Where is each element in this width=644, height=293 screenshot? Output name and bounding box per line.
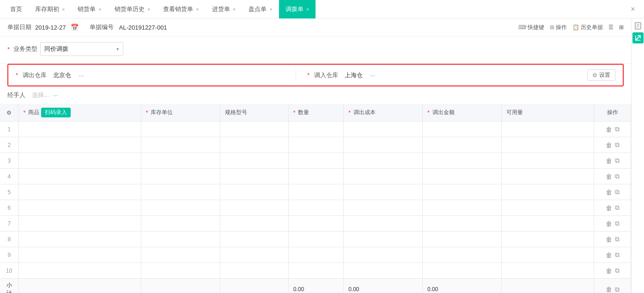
tab-purchase-order[interactable]: 进货单 × xyxy=(206,0,242,18)
copy-icon[interactable]: ⧉ xyxy=(615,188,620,196)
tab-home[interactable]: 首页 xyxy=(4,0,29,18)
row-qty[interactable] xyxy=(288,184,343,200)
row-amount[interactable] xyxy=(423,169,502,184)
row-spec[interactable] xyxy=(220,122,288,137)
row-unit[interactable] xyxy=(141,232,220,247)
close-all-tabs[interactable]: × xyxy=(626,2,640,17)
row-product[interactable] xyxy=(18,153,141,169)
row-product[interactable] xyxy=(18,263,141,279)
row-unit[interactable] xyxy=(141,247,220,263)
history-btn[interactable]: 📋 历史单据 xyxy=(572,24,603,31)
row-unit[interactable] xyxy=(141,263,220,279)
th-gear[interactable]: ⚙ xyxy=(0,104,18,122)
calendar-icon[interactable]: 📅 xyxy=(71,24,79,31)
row-product[interactable] xyxy=(18,122,141,137)
tab-inventory-count[interactable]: 盘点单 × xyxy=(242,0,279,18)
delete-icon[interactable]: 🗑 xyxy=(606,173,612,180)
copy-icon[interactable]: ⧉ xyxy=(615,157,620,165)
row-cost[interactable] xyxy=(344,122,423,137)
tab-close-purchase-order[interactable]: × xyxy=(233,6,236,12)
row-spec[interactable] xyxy=(220,247,288,263)
row-spec[interactable] xyxy=(220,137,288,153)
delete-icon[interactable]: 🗑 xyxy=(606,220,612,227)
copy-icon[interactable]: ⧉ xyxy=(615,204,620,212)
tab-view-sales[interactable]: 查看销货单 × xyxy=(157,0,205,18)
row-unit[interactable] xyxy=(141,169,220,184)
row-unit[interactable] xyxy=(141,153,220,169)
tab-close-inventory-count[interactable]: × xyxy=(269,6,272,12)
in-wh-more[interactable]: ··· xyxy=(370,72,376,79)
tab-close-sales-order[interactable]: × xyxy=(98,6,101,12)
copy-icon[interactable]: ⧉ xyxy=(615,125,620,133)
row-spec[interactable] xyxy=(220,153,288,169)
operation-btn[interactable]: ⊞ 操作 xyxy=(550,24,567,31)
row-product[interactable] xyxy=(18,200,141,216)
tab-sales-history[interactable]: 销货单历史 × xyxy=(108,0,157,18)
row-qty[interactable] xyxy=(288,153,343,169)
sidebar-export-icon[interactable] xyxy=(632,32,644,43)
row-amount[interactable] xyxy=(423,184,502,200)
row-product[interactable] xyxy=(18,184,141,200)
row-product[interactable] xyxy=(18,137,141,153)
row-cost[interactable] xyxy=(344,169,423,184)
copy-icon[interactable]: ⧉ xyxy=(615,267,620,275)
row-spec[interactable] xyxy=(220,232,288,247)
row-qty[interactable] xyxy=(288,137,343,153)
table-scroll[interactable]: ⚙ * 商品 扫码录入 * 库存单位 xyxy=(0,104,631,293)
row-product[interactable] xyxy=(18,169,141,184)
business-type-select[interactable]: 同价调拨 ▾ xyxy=(40,42,123,56)
person-more[interactable]: ··· xyxy=(53,92,58,99)
row-spec[interactable] xyxy=(220,216,288,232)
row-qty[interactable] xyxy=(288,169,343,184)
row-amount[interactable] xyxy=(423,200,502,216)
row-product[interactable] xyxy=(18,216,141,232)
row-amount[interactable] xyxy=(423,122,502,137)
row-amount[interactable] xyxy=(423,153,502,169)
row-cost[interactable] xyxy=(344,153,423,169)
shortcut-btn[interactable]: ⌨ 快捷键 xyxy=(518,24,544,31)
row-unit[interactable] xyxy=(141,122,220,137)
delete-icon[interactable]: 🗑 xyxy=(606,141,612,149)
delete-icon[interactable]: 🗑 xyxy=(606,157,612,165)
row-qty[interactable] xyxy=(288,216,343,232)
row-spec[interactable] xyxy=(220,169,288,184)
copy-icon[interactable]: ⧉ xyxy=(615,235,620,243)
delete-icon[interactable]: 🗑 xyxy=(606,267,612,275)
scan-button[interactable]: 扫码录入 xyxy=(41,108,71,117)
row-cost[interactable] xyxy=(344,200,423,216)
delete-icon[interactable]: 🗑 xyxy=(606,204,612,212)
row-qty[interactable] xyxy=(288,122,343,137)
row-amount[interactable] xyxy=(423,263,502,279)
row-cost[interactable] xyxy=(344,137,423,153)
row-amount[interactable] xyxy=(423,247,502,263)
out-wh-more[interactable]: ··· xyxy=(79,72,84,79)
tab-close-view-sales[interactable]: × xyxy=(196,6,199,12)
tab-transfer-order[interactable]: 调拨单 × xyxy=(279,0,316,18)
delete-icon[interactable]: 🗑 xyxy=(606,236,612,243)
tab-close-transfer-order[interactable]: × xyxy=(306,6,309,12)
copy-icon[interactable]: ⧉ xyxy=(615,172,620,180)
row-spec[interactable] xyxy=(220,263,288,279)
tab-inventory-init[interactable]: 库存期初 × xyxy=(29,0,71,18)
row-cost[interactable] xyxy=(344,232,423,247)
row-qty[interactable] xyxy=(288,200,343,216)
row-cost[interactable] xyxy=(344,184,423,200)
row-product[interactable] xyxy=(18,247,141,263)
row-amount[interactable] xyxy=(423,137,502,153)
tab-close-sales-history[interactable]: × xyxy=(147,6,150,12)
copy-icon[interactable]: ⧉ xyxy=(615,141,620,149)
row-product[interactable] xyxy=(18,232,141,247)
row-cost[interactable] xyxy=(344,263,423,279)
subtotal-delete-icon[interactable]: 🗑 xyxy=(606,286,612,293)
row-unit[interactable] xyxy=(141,184,220,200)
row-qty[interactable] xyxy=(288,232,343,247)
grid-view-btn[interactable]: ⊞ xyxy=(619,24,624,31)
copy-icon[interactable]: ⧉ xyxy=(615,251,620,259)
sidebar-doc-icon[interactable] xyxy=(632,20,644,31)
row-unit[interactable] xyxy=(141,137,220,153)
row-amount[interactable] xyxy=(423,232,502,247)
row-cost[interactable] xyxy=(344,247,423,263)
row-qty[interactable] xyxy=(288,263,343,279)
person-select[interactable]: 选择... xyxy=(32,91,49,99)
row-cost[interactable] xyxy=(344,216,423,232)
